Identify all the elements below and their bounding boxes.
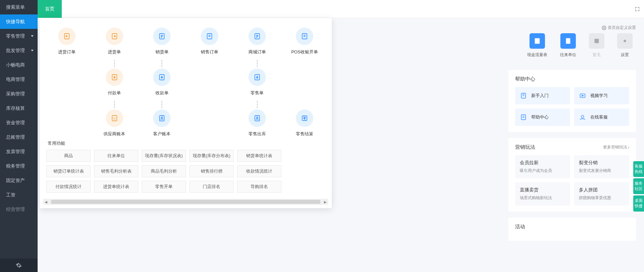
promo-fission[interactable]: 裂变分销裂变式发展分销商 xyxy=(574,155,629,178)
sidebar-item-assets[interactable]: 固定资产 xyxy=(0,173,38,188)
common-btn[interactable]: 销货订单统计表 xyxy=(46,165,91,177)
flow-sales[interactable]: 销货单 xyxy=(138,28,186,55)
shortcut-empty[interactable]: 暂无 xyxy=(589,33,604,58)
building-icon xyxy=(564,37,572,45)
sidebar-item-ledger[interactable]: 总账管理 xyxy=(0,130,38,144)
help-item-beginner[interactable]: 新手入门 xyxy=(515,87,570,104)
gear-icon xyxy=(16,262,22,268)
tab-home[interactable]: 首页 xyxy=(38,0,62,18)
help-item-video[interactable]: 视频学习 xyxy=(574,87,629,104)
sidebar-item-retail[interactable]: 零售管理 xyxy=(0,29,38,43)
float-tag-desktop[interactable]: 桌面 快捷 xyxy=(633,195,644,211)
flow-mall-order[interactable]: 商城订单 xyxy=(233,28,281,55)
marketing-more-link[interactable]: 更多营销玩法› xyxy=(603,144,629,150)
help-item-support[interactable]: 在线客服 xyxy=(574,108,629,126)
common-btn[interactable]: 商品 xyxy=(46,150,91,162)
sidebar-item-quicknav[interactable]: 快捷导航 xyxy=(0,14,38,29)
float-tags: 客服 热线 服务 社区 桌面 快捷 xyxy=(633,161,644,212)
user-doc-icon xyxy=(158,114,166,122)
shortcut-settings[interactable]: 设置 xyxy=(617,33,633,58)
flow-retail-settle[interactable]: 零售结算 xyxy=(281,99,328,137)
sidebar-item-wholesale[interactable]: 批发管理 xyxy=(0,43,38,58)
svg-rect-12 xyxy=(207,34,212,39)
customize-settings-link[interactable]: 首页自定义设置 xyxy=(508,25,636,31)
promo-group[interactable]: 多人拼团拼团购物享受优惠 xyxy=(574,182,629,206)
scroll-thumb[interactable] xyxy=(51,200,320,204)
flow-payment[interactable]: 付款单 xyxy=(91,58,138,96)
common-btn[interactable]: 销售排行榜 xyxy=(189,165,234,177)
money-icon xyxy=(253,73,261,81)
common-btn[interactable]: 销售毛利分析表 xyxy=(94,165,138,177)
svg-rect-3 xyxy=(595,39,599,43)
flow-sales-order[interactable]: 销售订单 xyxy=(186,28,233,55)
chevron-down-icon xyxy=(31,35,34,37)
common-btn[interactable]: 付款情况统计 xyxy=(46,181,91,193)
chevron-down-icon xyxy=(31,50,34,51)
scroll-left-icon[interactable]: ◀ xyxy=(43,199,49,205)
common-functions-title: 常用功能 xyxy=(48,140,328,146)
promo-member[interactable]: 会员拉新吸引用户成为会员 xyxy=(515,155,570,178)
shortcut-contacts[interactable]: 往来单位 xyxy=(560,33,576,58)
sidebar-item-salary[interactable]: 工资 xyxy=(0,188,38,202)
quicknav-popover: 进货订单 进货单 销货单 销售订单 商城订单 POS收银开单 x 付款单 收款单… xyxy=(40,18,332,208)
expand-icon xyxy=(635,6,640,12)
common-btn[interactable]: 商品毛利分析 xyxy=(142,165,186,177)
common-btn[interactable]: 导购排名 xyxy=(237,181,281,193)
common-btn[interactable]: 收款情况统计 xyxy=(237,165,281,177)
flow-receipt[interactable]: 收款单 xyxy=(138,58,186,96)
common-btn[interactable]: 往来单位 xyxy=(94,150,138,162)
flow-purchase[interactable]: 进货单 xyxy=(91,28,138,55)
svg-rect-2 xyxy=(566,38,570,44)
shortcut-cashflow[interactable]: 现金流量表 xyxy=(527,33,547,58)
common-btn[interactable]: 销货单统计表 xyxy=(237,150,281,162)
svg-point-4 xyxy=(624,40,626,42)
doc-icon xyxy=(520,114,527,121)
sidebar-item-tax[interactable]: 税务管理 xyxy=(0,159,38,173)
float-tag-hotline[interactable]: 客服 热线 xyxy=(633,161,644,177)
help-card: 帮助中心 新手入门 视频学习 帮助中心 在线客服 xyxy=(508,70,636,132)
list-icon xyxy=(253,32,261,40)
report-icon xyxy=(534,37,541,45)
common-btn[interactable]: 现存量(库存状况表) xyxy=(142,150,186,162)
common-btn[interactable]: 进货单统计表 xyxy=(94,181,138,193)
common-btn[interactable]: 现存量(库存分布表) xyxy=(189,150,234,162)
tabs-bar: 首页 xyxy=(38,0,644,18)
marketing-title: 营销玩法 xyxy=(515,144,535,150)
sidebar-item-xiaochang[interactable]: 小畅电商 xyxy=(0,58,38,72)
common-btn[interactable]: 零售开单 xyxy=(142,181,186,193)
float-tag-community[interactable]: 服务 社区 xyxy=(633,178,644,194)
flow-pos[interactable]: POS收银开单 xyxy=(281,28,328,55)
sidebar-item-purchase[interactable]: 采购管理 xyxy=(0,87,38,101)
sidebar-item-operation[interactable]: 经营管理 xyxy=(0,202,38,217)
svg-point-23 xyxy=(257,117,258,118)
svg-text:供: 供 xyxy=(113,117,116,120)
flow-customer-ledger[interactable]: 客户账本 xyxy=(138,99,186,137)
horizontal-scrollbar[interactable]: ◀ ▶ xyxy=(43,199,328,205)
user-doc-icon xyxy=(253,114,261,122)
sidebar-settings[interactable] xyxy=(0,259,38,272)
svg-point-0 xyxy=(603,27,605,29)
sidebar-item-funds[interactable]: 资金管理 xyxy=(0,116,38,130)
svg-point-21 xyxy=(161,117,163,118)
sidebar-item-inventory[interactable]: 库存核算 xyxy=(0,101,38,116)
headset-icon xyxy=(579,114,586,121)
sidebar: 搜索菜单 快捷导航 零售管理 批发管理 小畅电商 电商管理 采购管理 库存核算 … xyxy=(0,0,38,272)
sidebar-item-invoice[interactable]: 发票管理 xyxy=(0,144,38,159)
flow-purchase-order[interactable]: 进货订单 xyxy=(43,28,91,55)
scroll-right-icon[interactable]: ▶ xyxy=(322,199,328,205)
common-btn[interactable]: 门店排名 xyxy=(189,181,234,193)
svg-rect-14 xyxy=(302,34,307,39)
flow-retail-out[interactable]: 零售出库 xyxy=(233,99,281,137)
flow-retail[interactable]: 零售单 xyxy=(233,58,281,96)
promo-live[interactable]: 直播卖货场景式购物新玩法 xyxy=(515,182,570,206)
clipboard-icon xyxy=(520,92,527,99)
sidebar-item-search[interactable]: 搜索菜单 xyxy=(0,0,38,14)
help-item-center[interactable]: 帮助中心 xyxy=(515,108,570,126)
svg-point-8 xyxy=(581,116,584,118)
flow-supplier-ledger[interactable]: 供供应商账本 xyxy=(91,99,138,137)
doc-icon xyxy=(301,32,309,40)
sidebar-item-ecommerce[interactable]: 电商管理 xyxy=(0,72,38,87)
gear-icon xyxy=(621,37,629,45)
fullscreen-button[interactable] xyxy=(631,0,644,18)
video-icon xyxy=(579,92,586,99)
